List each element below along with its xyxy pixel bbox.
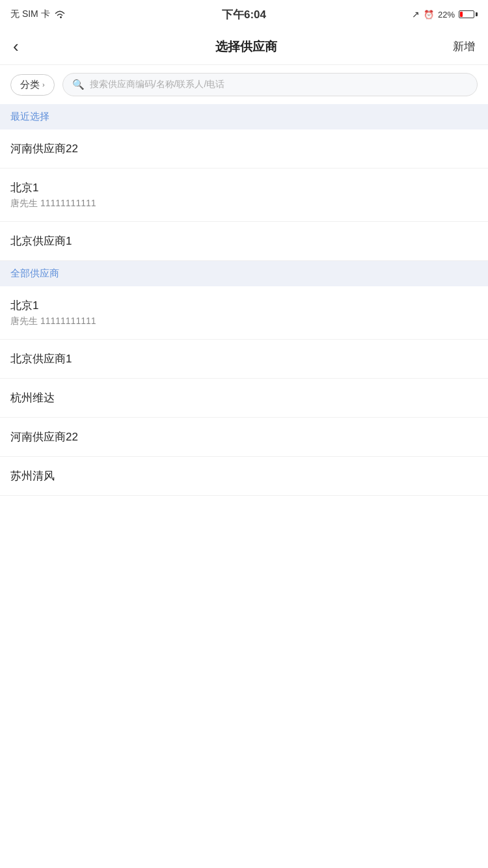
all-section-label: 全部供应商: [10, 267, 59, 278]
category-button[interactable]: 分类 ›: [10, 74, 55, 96]
filter-bar: 分类 › 🔍 搜索供应商编码/名称/联系人/电话: [0, 65, 488, 104]
item-name: 北京供应商1: [10, 351, 478, 366]
search-box[interactable]: 🔍 搜索供应商编码/名称/联系人/电话: [62, 73, 478, 96]
item-name: 苏州清风: [10, 468, 478, 483]
recent-list: 河南供应商22 北京1 唐先生 11111111111 北京供应商1: [0, 129, 488, 261]
nav-bar: ‹ 选择供应商 新增: [0, 29, 488, 65]
back-button[interactable]: ‹: [13, 36, 39, 57]
recent-list-item[interactable]: 河南供应商22: [0, 129, 488, 169]
status-bar: 无 SIM 卡 下午6:04 ↗ ⏰ 22%: [0, 0, 488, 29]
item-name: 河南供应商22: [10, 429, 478, 444]
recent-list-item[interactable]: 北京供应商1: [0, 222, 488, 261]
all-list: 北京1 唐先生 11111111111 北京供应商1杭州维达河南供应商22苏州清…: [0, 286, 488, 496]
item-name: 杭州维达: [10, 390, 478, 405]
all-list-item[interactable]: 河南供应商22: [0, 418, 488, 457]
recent-list-item[interactable]: 北京1 唐先生 11111111111: [0, 169, 488, 222]
page-title: 选择供应商: [215, 38, 277, 55]
item-sub: 唐先生 11111111111: [10, 198, 478, 210]
no-sim-label: 无 SIM 卡: [10, 8, 50, 20]
search-icon: 🔍: [72, 79, 85, 90]
item-name: 北京供应商1: [10, 234, 478, 249]
recent-section-header: 最近选择: [0, 104, 488, 129]
status-left: 无 SIM 卡: [10, 8, 66, 20]
wifi-icon: [54, 10, 66, 19]
item-name: 北京1: [10, 180, 478, 195]
all-list-item[interactable]: 北京1 唐先生 11111111111: [0, 286, 488, 340]
all-section-header: 全部供应商: [0, 261, 488, 286]
add-button[interactable]: 新增: [453, 39, 475, 54]
battery-percent: 22%: [438, 10, 455, 20]
item-sub: 唐先生 11111111111: [10, 316, 478, 327]
location-icon: ↗: [412, 9, 420, 20]
search-placeholder: 搜索供应商编码/名称/联系人/电话: [90, 79, 225, 90]
category-label: 分类: [20, 79, 40, 91]
status-time: 下午6:04: [222, 7, 266, 22]
all-list-item[interactable]: 北京供应商1: [0, 340, 488, 379]
all-list-item[interactable]: 苏州清风: [0, 457, 488, 496]
recent-section-label: 最近选择: [10, 111, 49, 122]
status-right: ↗ ⏰ 22%: [412, 9, 478, 20]
alarm-icon: ⏰: [424, 10, 434, 20]
chevron-right-icon: ›: [42, 81, 45, 88]
battery-indicator: [459, 10, 478, 18]
item-name: 河南供应商22: [10, 141, 478, 156]
item-name: 北京1: [10, 298, 478, 313]
all-list-item[interactable]: 杭州维达: [0, 379, 488, 418]
